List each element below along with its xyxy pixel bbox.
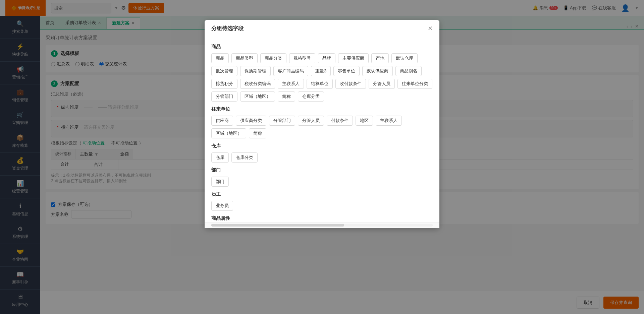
field-tag[interactable]: 主联系人 — [278, 79, 304, 89]
field-tag[interactable]: 收付款条件 — [335, 79, 366, 89]
field-tag[interactable]: 分管部门 — [211, 91, 237, 102]
field-tags-员工: 业务员 — [211, 201, 433, 211]
field-tag[interactable]: 往来单位分类 — [397, 79, 432, 89]
field-group-title-部门: 部门 — [211, 167, 433, 173]
field-tag[interactable]: 默认仓库 — [391, 53, 418, 63]
field-tag[interactable]: 商品类型 — [231, 53, 258, 63]
field-tag[interactable]: 品牌 — [318, 53, 335, 63]
field-tag[interactable]: 部门 — [211, 177, 229, 187]
modal-title: 分组待选字段 — [211, 25, 244, 32]
field-tag[interactable]: 供应商 — [211, 116, 233, 126]
field-tag[interactable]: 商品分类 — [260, 53, 286, 63]
field-tag[interactable]: 分管人员 — [369, 79, 395, 89]
field-tag[interactable]: 商品 — [211, 53, 229, 63]
field-tag[interactable]: 产地 — [371, 53, 389, 63]
modal: 分组待选字段 ✕ 商品商品商品类型商品分类规格型号品牌主要供应商产地默认仓库批次… — [205, 20, 439, 228]
modal-scrollbar-area — [205, 222, 439, 228]
field-tag[interactable]: 仓库分类 — [298, 91, 324, 102]
field-tag[interactable]: 保质期管理 — [240, 66, 271, 76]
modal-body: 商品商品商品类型商品分类规格型号品牌主要供应商产地默认仓库批次管理保质期管理客户… — [205, 37, 439, 222]
field-tags-往来单位: 供应商供应商分类分管部门分管人员付款条件地区主联系人区域（地区）简称 — [211, 116, 433, 138]
field-tag[interactable]: 供应商分类 — [236, 116, 266, 126]
field-tag[interactable]: 区域（地区） — [211, 128, 246, 138]
field-tag[interactable]: 主联系人 — [376, 116, 402, 126]
field-tag[interactable]: 重量3 — [311, 66, 331, 76]
field-group-title-仓库: 仓库 — [211, 143, 433, 149]
field-tag[interactable]: 客户商品编码 — [273, 66, 308, 76]
modal-header: 分组待选字段 ✕ — [205, 20, 439, 37]
field-tag[interactable]: 业务员 — [211, 201, 233, 211]
modal-overlay: 分组待选字段 ✕ 商品商品商品类型商品分类规格型号品牌主要供应商产地默认仓库批次… — [0, 0, 644, 314]
field-tag[interactable]: 批次管理 — [211, 66, 237, 76]
field-tag[interactable]: 零售单位 — [333, 66, 360, 76]
field-tag[interactable]: 区域（地区） — [240, 91, 275, 102]
field-group-title-商品: 商品 — [211, 44, 433, 50]
field-tag[interactable]: 规格型号 — [289, 53, 315, 63]
field-tag[interactable]: 付款条件 — [327, 116, 353, 126]
field-tags-部门: 部门 — [211, 177, 433, 187]
scrollbar-thumb[interactable] — [211, 224, 344, 227]
field-tag[interactable]: 简称 — [278, 91, 295, 102]
field-tag[interactable]: 税收分类编码 — [240, 79, 275, 89]
field-tag[interactable]: 仓库 — [211, 152, 229, 163]
field-group-title-往来单位: 往来单位 — [211, 106, 433, 112]
field-tag[interactable]: 结算单位 — [307, 79, 333, 89]
field-tag[interactable]: 仓库分类 — [231, 152, 258, 163]
field-tag[interactable]: 分管人员 — [298, 116, 324, 126]
field-tag[interactable]: 默认供应商 — [362, 66, 393, 76]
field-tag[interactable]: 主要供应商 — [338, 53, 369, 63]
field-tags-商品: 商品商品类型商品分类规格型号品牌主要供应商产地默认仓库批次管理保质期管理客户商品… — [211, 53, 433, 102]
field-tag[interactable]: 地区 — [356, 116, 373, 126]
horizontal-scrollbar[interactable] — [211, 224, 433, 227]
field-tag[interactable]: 简称 — [249, 128, 266, 138]
field-tag[interactable]: 分管部门 — [269, 116, 295, 126]
field-group-title-员工: 员工 — [211, 191, 433, 197]
field-tag[interactable]: 拣货积分 — [211, 79, 237, 89]
field-tag[interactable]: 商品别名 — [395, 66, 422, 76]
field-group-title-商品属性: 商品属性 — [211, 215, 433, 222]
field-tags-仓库: 仓库仓库分类 — [211, 152, 433, 163]
modal-close-button[interactable]: ✕ — [428, 25, 433, 32]
